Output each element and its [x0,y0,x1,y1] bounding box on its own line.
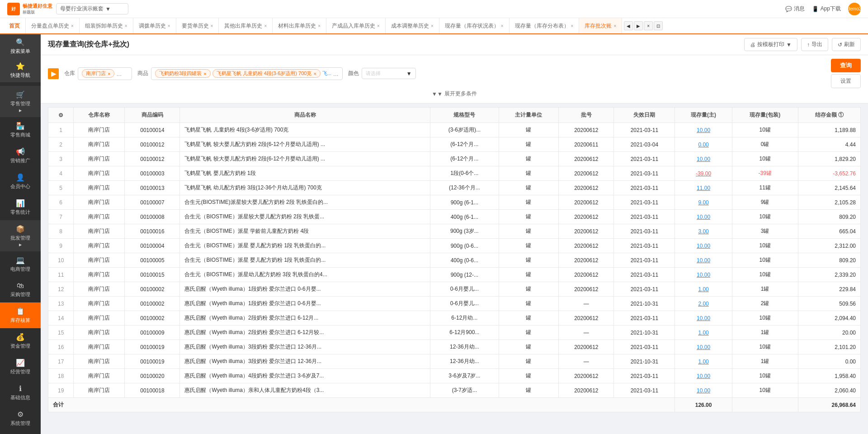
message-btn[interactable]: 💬 消息 [785,5,805,13]
sidebar-item-base[interactable]: ℹ 基础信息 [0,380,41,406]
tab-8[interactable]: 成本调整单历史 × [386,18,439,34]
nav-prev-btn[interactable]: ◀ [624,21,633,30]
product-filter-dots[interactable]: ... [333,70,339,77]
product-tag-1[interactable]: 飞鹤奶粉3段四罐装 × [155,69,211,78]
cell-qty-main[interactable]: 10.00 [675,210,732,224]
product-tag-group[interactable]: 飞鹤奶粉3段四罐装 × 飞鹤星飞帆 儿童奶粉 4段(3-6岁适用) 700克 ×… [151,67,343,80]
cell-qty-main[interactable]: 2.00 [675,297,732,311]
cell-qty-main[interactable]: 10.00 [675,268,732,282]
footer-total-amount: 26,968.64 [798,398,860,412]
nav-close-btn[interactable]: × [644,21,653,30]
close-icon[interactable]: × [613,24,616,28]
cell-qty-main[interactable]: 10.00 [675,383,732,398]
dropdown-arrow-icon: ▼ [406,71,412,77]
filter-dots[interactable]: ... [116,70,122,77]
close-icon[interactable]: × [377,24,380,28]
sidebar-item-collab[interactable]: 🤝 企业协同 [0,431,41,434]
close-icon[interactable]: × [318,24,321,28]
tab-5[interactable]: 其他出库单历史 × [219,18,273,34]
cell-amount: 2,101.20 [798,340,860,354]
cell-qty-main[interactable]: 10.00 [675,369,732,383]
app-download-btn[interactable]: 📱 App下载 [812,5,841,13]
sidebar-item-marketing[interactable]: 📢 营销推广 [0,143,41,169]
cell-qty-main[interactable]: 0.00 [675,137,732,152]
tab-11-active[interactable]: 库存批次账 × [579,18,622,34]
cell-qty-main[interactable]: 10.00 [675,311,732,326]
nav-next-btn[interactable]: ▶ [634,21,643,30]
remove-product-tag-2[interactable]: × [313,71,316,76]
tab-2[interactable]: 组装拆卸单历史 × [80,18,133,34]
product-more[interactable]: 飞... [322,70,331,77]
sidebar-item-member[interactable]: 👤 会员中心 [0,169,41,194]
refresh-btn[interactable]: ↺ 刷新 [832,38,861,51]
sidebar-item-wholesale[interactable]: 📦 批发管理 ▶ [0,220,41,251]
close-icon[interactable]: × [125,24,127,28]
cell-qty-main[interactable]: 10.00 [675,123,732,137]
remove-product-tag-1[interactable]: × [203,71,206,76]
product-tag-2[interactable]: 飞鹤星飞帆 儿童奶粉 4段(3-6岁适用) 700克 × [212,69,321,78]
tab-4[interactable]: 要货单历史 × [176,18,219,34]
query-btn[interactable]: 查询 [831,59,861,72]
color-select[interactable]: 请选择 ▼ [362,68,416,79]
avatar[interactable]: demo2 [848,3,861,15]
settings-btn[interactable]: 设置 [831,74,861,88]
sidebar-item-stats[interactable]: 📊 零售统计 [0,194,41,220]
export-btn[interactable]: ↑ 导出 [801,38,828,51]
warehouse-tag-group[interactable]: 南岸门店 × ... [78,67,132,80]
tab-home[interactable]: 首页 [4,18,26,34]
tab-6[interactable]: 材料出库单历史 × [273,18,326,34]
sidebar-item-retail[interactable]: 🛒 零售管理 ▶ [0,86,41,117]
print-btn[interactable]: 🖨 按模板打印 ▼ [744,38,797,51]
cell-qty-main[interactable]: 10.00 [675,253,732,268]
cell-qty-main[interactable]: 10.00 [675,239,732,253]
sidebar-item-quicknav[interactable]: ⭐ 快捷导航 [0,58,41,82]
tab-3[interactable]: 调拨单历史 × [133,18,176,34]
cell-qty-main[interactable]: 10.00 [675,152,732,166]
tab-9[interactable]: 现存量（库存状况表） × [439,18,509,34]
expand-filter-btn[interactable]: ▶ [48,68,59,79]
close-icon[interactable]: × [431,24,434,28]
search-icon: 🔍 [16,38,25,47]
sidebar-item-search[interactable]: 🔍 搜索菜单 [0,34,41,58]
cell-code: 00100015 [125,268,180,282]
tab-1[interactable]: 分量盘点单历史 × [26,18,80,34]
cell-batch: 20200612 [559,210,614,224]
close-icon[interactable]: × [168,24,170,28]
cell-code: 00100012 [125,137,180,152]
cell-qty-main[interactable]: 1.00 [675,326,732,340]
close-icon[interactable]: × [501,24,504,28]
nav-menu-btn[interactable]: ⊡ [654,21,663,30]
tab-7[interactable]: 产成品入库单历史 × [326,18,386,34]
cell-qty-main[interactable]: -39.00 [675,166,732,181]
sidebar-item-finance[interactable]: 💰 资金管理 [0,328,41,354]
cell-qty-main[interactable]: 1.00 [675,354,732,369]
cell-qty-main[interactable]: 1.00 [675,282,732,297]
sidebar-item-purchase[interactable]: 🛍 采购管理 [0,277,41,302]
cell-warehouse: 南岸门店 [74,195,125,210]
cell-warehouse: 南岸门店 [74,326,125,340]
table-row: 15 南岸门店 00100009 惠氏启醒（Wyeth illuma）2段奶粉 … [48,326,861,340]
sidebar-item-ecommerce[interactable]: 💻 电商管理 [0,251,41,277]
tab-10[interactable]: 现存量（库存分布表） × [509,18,580,34]
expand-more-filters[interactable]: ▼▼ 展开更多条件 [48,88,861,99]
close-icon[interactable]: × [211,24,213,28]
sidebar-item-inventory[interactable]: 📋 库存核算 [0,302,41,328]
remove-warehouse-tag[interactable]: × [108,71,110,76]
cell-qty-main[interactable]: 9.00 [675,195,732,210]
cell-unit: 罐 [499,354,559,369]
sidebar-item-system[interactable]: ⚙ 系统管理 [0,406,41,431]
cell-qty-main[interactable]: 10.00 [675,340,732,354]
store-selector[interactable]: 母婴行业演示账套 ▼ [56,3,128,14]
cell-qty-main[interactable]: 11.00 [675,181,732,195]
close-icon[interactable]: × [571,24,574,28]
sidebar-item-shop[interactable]: 🏪 零售商城 [0,117,41,143]
close-icon[interactable]: × [71,24,74,28]
row-num: 13 [48,297,74,311]
layout: 🔍 搜索菜单 ⭐ 快捷导航 🛒 零售管理 ▶ 🏪 零售商城 📢 营销推广 👤 会… [0,34,868,434]
cell-qty-main[interactable]: 3.00 [675,224,732,239]
warehouse-tag[interactable]: 南岸门店 × [82,69,114,78]
sidebar-item-ops[interactable]: 📈 经营管理 [0,354,41,380]
cell-unit: 罐 [499,326,559,340]
col-header-settings[interactable]: ⚙ [48,108,74,123]
close-icon[interactable]: × [264,24,267,28]
